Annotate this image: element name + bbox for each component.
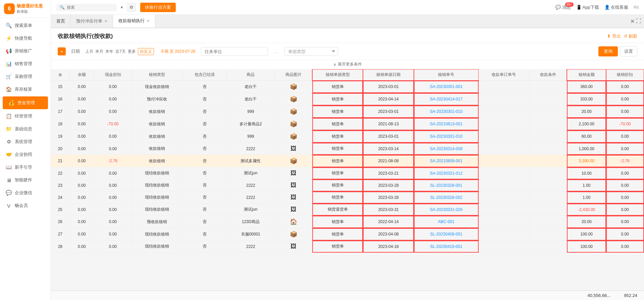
tab-home[interactable]: 首页: [51, 15, 71, 28]
td-verify-bill-no[interactable]: SA-20230301-010: [414, 105, 479, 118]
td-verify-bill-no[interactable]: SL-20230328-002: [414, 191, 479, 204]
tab-verify-close[interactable]: ✕: [147, 19, 150, 23]
tab-prepay-close[interactable]: ✕: [104, 19, 107, 24]
verify-bill-no-link[interactable]: SA-20230321-012: [430, 171, 462, 176]
bill-type-select[interactable]: 单据类型: [284, 47, 338, 56]
filter-date-curr-year[interactable]: 本年: [105, 49, 113, 54]
sidebar-item-0[interactable]: 🔍搜索菜单: [0, 19, 51, 32]
export-button[interactable]: ⬆ 导出: [607, 33, 621, 39]
sidebar-item-2[interactable]: 📢营销推广: [0, 45, 51, 57]
query-button[interactable]: 查询: [598, 46, 618, 56]
td-include-settled: 否: [182, 167, 227, 179]
sidebar-item-11[interactable]: 📖新手引导: [0, 161, 51, 174]
td-include-settled: 否: [182, 155, 227, 167]
td-verify-bill-no[interactable]: SL-20230408-001: [414, 228, 479, 241]
sidebar-item-13[interactable]: 💬企业微信: [0, 186, 51, 199]
td-receipt-order-no: [479, 191, 529, 204]
verify-bill-no-link[interactable]: SA-20230301-001: [430, 84, 462, 89]
td-goods-image: 🖼: [275, 241, 312, 253]
filter-date-curr-month[interactable]: 本月: [95, 49, 103, 54]
td-verify-bill-no[interactable]: SA-20230321-012: [414, 167, 479, 179]
sidebar-item-5[interactable]: 🏠库存核算: [0, 83, 51, 96]
td-verify-bill-no[interactable]: SA-20230301-010: [414, 130, 479, 143]
topbar-search[interactable]: 🔍: [56, 4, 117, 11]
online-service-btn[interactable]: 👤 在线客服: [604, 4, 629, 10]
content-area: 收款核销执行(按收款) ⬆ 导出 ↺ 刷新 » 日期 上月 本月: [51, 28, 644, 300]
td-verify-bill-no[interactable]: SA-20230301-001: [414, 81, 479, 93]
td-verify-bill-type: 销货单: [312, 130, 363, 143]
settings-icon[interactable]: ⚙: [127, 3, 136, 12]
sidebar-item-14[interactable]: V畅会员: [0, 199, 51, 212]
table-header: ⚙ 余额 现金折扣 核销类型 包含已结清 商品 商品图片 核销单据类型 核销单据…: [51, 69, 644, 81]
refresh-button[interactable]: ↺ 刷新: [624, 33, 637, 39]
filter-date-prev-month[interactable]: 上月: [85, 49, 93, 54]
topbar: 🔍 ▾ ⚙ 休验行业方案 💬 消息 99+ 📱 App下载 👤 在线客服 Rit: [51, 0, 644, 15]
td-verify-bill-no[interactable]: SL-20230418-001: [414, 241, 479, 253]
app-download-btn[interactable]: 📱 App下载: [576, 4, 599, 10]
verify-bill-no-link[interactable]: SA-20230331-026: [430, 207, 462, 212]
topbar-dropdown[interactable]: ▾: [121, 5, 123, 10]
td-verify-bill-no[interactable]: SL-20230328-001: [414, 179, 479, 191]
td-verify-bill-no[interactable]: SA-20230414-017: [414, 93, 479, 105]
main-table: ⚙ 余额 现金折扣 核销类型 包含已结清 商品 商品图片 核销单据类型 核销单据…: [51, 69, 644, 253]
td-receipt-condition: [529, 93, 567, 105]
verify-bill-no-link[interactable]: SL-20230328-002: [430, 195, 462, 200]
td-verify-type: 现结收款核销: [132, 167, 182, 179]
table-wrapper[interactable]: ⚙ 余额 现金折扣 核销类型 包含已结清 商品 商品图片 核销单据类型 核销单据…: [51, 69, 644, 290]
td-verify-amount: 100.00: [567, 241, 606, 253]
td-verify-discount: 0.00: [606, 143, 644, 155]
setting-button[interactable]: 设置: [620, 46, 637, 56]
tab-prepay[interactable]: 预付冲应付单 ✕: [71, 15, 113, 28]
tab-expand-btn[interactable]: ⛶: [636, 18, 641, 24]
refresh-icon: ↺: [624, 34, 627, 39]
tab-close-all-btn[interactable]: ✕: [630, 18, 635, 25]
sidebar-item-9[interactable]: ⚙系统管理: [0, 135, 51, 148]
th-settings[interactable]: ⚙: [51, 69, 69, 81]
td-verify-type: 收款核销: [132, 105, 182, 118]
search-input[interactable]: [67, 5, 107, 10]
sidebar-item-7[interactable]: 📋经营管理: [0, 110, 51, 123]
sidebar-item-1[interactable]: ⚡快捷导航: [0, 32, 51, 45]
td-verify-bill-no[interactable]: ABC-001: [414, 216, 479, 228]
sidebar-item-12[interactable]: 🖥智能硬件: [0, 174, 51, 186]
verify-bill-no-link[interactable]: SL-20230408-001: [430, 232, 462, 237]
td-verify-bill-no[interactable]: SA-20210808-001: [414, 155, 479, 167]
verify-bill-no-link[interactable]: SA-20210808-001: [430, 159, 462, 163]
sidebar-item-4[interactable]: 🛒采购管理: [0, 70, 51, 83]
verify-bill-no-link[interactable]: SA-20230301-010: [430, 134, 462, 139]
th-cash-discount: 现金折扣: [94, 69, 131, 81]
filter-expand-arrow[interactable]: »: [58, 47, 66, 55]
td-verify-bill-no[interactable]: SA-20230331-026: [414, 204, 479, 216]
filter-date-custom[interactable]: 自定义: [138, 48, 154, 55]
expand-more-button[interactable]: ∨ 展开更多条件: [333, 61, 362, 67]
td-receipt-order-no: [479, 143, 529, 155]
tabbar: 首页 预付冲应付单 ✕ 收款核销执行 ✕ ✕ ⛶: [51, 15, 644, 28]
partner-input[interactable]: [201, 47, 268, 56]
tab-verify[interactable]: 收款核销执行 ✕: [113, 15, 155, 28]
sidebar-label-6: 资金管理: [17, 100, 35, 106]
td-verify-discount: 0.00: [606, 191, 644, 204]
notification-btn[interactable]: 💬 消息 99+: [555, 4, 571, 10]
plan-button[interactable]: 休验行业方案: [140, 3, 176, 12]
sidebar-item-6[interactable]: 💰资金管理: [3, 96, 48, 109]
sidebar-item-10[interactable]: 🤝企业协同: [0, 148, 51, 161]
verify-bill-no-link[interactable]: SA-20230314-008: [430, 146, 462, 151]
td-receipt-order-no: [479, 93, 529, 105]
table-row: 27 0.00 0.00 现结收款核销 否 衣服00001 📦 销货单 2023…: [51, 228, 644, 241]
sidebar-item-3[interactable]: 📊销售管理: [0, 57, 51, 70]
verify-bill-no-link[interactable]: SL-20230328-001: [430, 183, 462, 188]
filter-date-7days[interactable]: 近7天: [115, 49, 126, 54]
verify-bill-no-link[interactable]: SA-20210813-001: [430, 122, 462, 126]
sidebar-item-8[interactable]: 📁基础信息: [0, 123, 51, 135]
td-verify-bill-type: 销货退货单: [312, 204, 363, 216]
td-goods: 老白干: [227, 93, 275, 105]
verify-bill-no-link[interactable]: SA-20230301-010: [430, 109, 462, 114]
td-balance: 0.00: [69, 204, 94, 216]
td-verify-bill-no[interactable]: SA-20210813-001: [414, 118, 479, 130]
verify-bill-no-link[interactable]: SL-20230418-001: [430, 244, 462, 249]
filter-date-more[interactable]: 更多: [128, 49, 136, 54]
verify-bill-no-link[interactable]: ABC-001: [438, 219, 454, 224]
verify-bill-no-link[interactable]: SA-20230414-017: [430, 97, 462, 101]
td-verify-bill-date: 2023-03-14: [363, 143, 414, 155]
td-verify-bill-no[interactable]: SA-20230314-008: [414, 143, 479, 155]
